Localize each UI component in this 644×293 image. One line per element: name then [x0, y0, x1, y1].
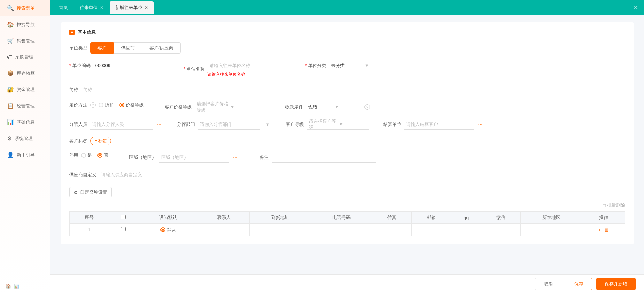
- save-button[interactable]: 保存: [566, 278, 592, 290]
- customer-price-group: 客户价格等级 请选择客户价格等级 ▼: [165, 102, 264, 112]
- department-group: 分管部门 ▼: [177, 119, 272, 130]
- col-region: 所在地区: [520, 212, 582, 224]
- unit-name-wrapper: 请输入往来单位名称: [207, 60, 284, 78]
- disabled-radio-group: 是 否: [81, 152, 108, 158]
- cell-phone: [311, 224, 372, 236]
- abbreviation-row: 简称: [69, 84, 625, 95]
- settlement-input[interactable]: [404, 119, 474, 130]
- unit-name-input[interactable]: [207, 60, 284, 71]
- chevron-down-icon2: ▼: [230, 104, 262, 109]
- unit-category-label: 单位分类: [305, 63, 326, 69]
- customer-tag-label: 客户标签: [69, 138, 87, 144]
- sidebar-item-finance[interactable]: 🔐 资金管理: [0, 81, 50, 98]
- cell-address: [249, 224, 311, 236]
- radio-yes[interactable]: 是: [81, 152, 92, 158]
- customer-level-group: 客户等级 请选择客户等级 ▼: [286, 119, 369, 130]
- table-header-row: 序号 设为默认 联系人 到货地址 电话号码 传真 邮箱 qq 微信 所在地区 操…: [70, 212, 625, 224]
- save-and-new-button[interactable]: 保存并新增: [596, 278, 636, 290]
- unit-category-select[interactable]: 未分类 ▼: [329, 60, 399, 71]
- region-more-button[interactable]: ···: [231, 154, 239, 161]
- manager-label: 分管人员: [69, 121, 87, 128]
- col-fax: 传真: [372, 212, 412, 224]
- remarks-input[interactable]: [272, 152, 376, 163]
- cell-operation: + 🗑: [582, 224, 625, 236]
- unit-code-group: 单位编码: [69, 60, 163, 71]
- col-qq: qq: [451, 212, 481, 224]
- customer-price-select[interactable]: 请选择客户价格等级 ▼: [195, 102, 264, 112]
- abbreviation-group: 简称: [69, 84, 158, 95]
- sidebar-item-system[interactable]: ⚙ 系统管理: [0, 130, 50, 147]
- pricing-method-group: 定价方法 ? 折扣 价格等级: [69, 102, 144, 108]
- col-address: 到货地址: [249, 212, 311, 224]
- unit-code-input[interactable]: [93, 60, 163, 71]
- cell-email: [412, 224, 451, 236]
- tab-home[interactable]: 首页: [53, 1, 73, 14]
- department-select[interactable]: ▼: [263, 119, 272, 130]
- sidebar-item-newbie[interactable]: 👤 新手引导: [0, 147, 50, 163]
- sidebar-item-basic[interactable]: 📊 基础信息: [0, 114, 50, 130]
- sidebar-item-inventory[interactable]: 📦 库存核算: [0, 65, 50, 81]
- radio-discount-circle: [99, 103, 103, 107]
- pricing-radio-group: 折扣 价格等级: [99, 102, 144, 108]
- settlement-more-button[interactable]: ···: [477, 121, 484, 128]
- department-label: 分管部门: [177, 121, 195, 128]
- radio-no[interactable]: 否: [97, 152, 108, 158]
- cell-fax: [372, 224, 412, 236]
- type-btn-supplier[interactable]: 供应商: [114, 42, 142, 54]
- disabled-label: 停用: [69, 152, 78, 158]
- unit-name-group: 单位名称 请输入往来单位名称: [184, 60, 284, 78]
- pricing-method-label: 定价方法: [69, 102, 87, 108]
- sidebar-item-purchase[interactable]: 🏷 采购管理: [0, 49, 50, 65]
- unit-info-row: 单位编码 单位名称 请输入往来单位名称 单位分类 未分类 ▼: [69, 60, 625, 78]
- radio-no-circle: [97, 153, 102, 158]
- bottom-bar: 取消 保存 保存并新增: [50, 274, 644, 293]
- sidebar-item-sales[interactable]: 🛒 销售管理: [0, 33, 50, 49]
- section-icon: ■: [69, 30, 75, 35]
- sidebar-item-search[interactable]: 🔍 搜索菜单: [0, 0, 50, 16]
- region-group: 区域（地区） ···: [129, 152, 239, 163]
- payment-terms-label: 收款条件: [285, 104, 303, 110]
- tab-partners-close[interactable]: ✕: [100, 5, 103, 10]
- chevron-down-icon5: ▼: [339, 122, 367, 127]
- tab-partners[interactable]: 往来单位 ✕: [74, 1, 109, 14]
- add-tag-button[interactable]: + 标签: [90, 137, 111, 145]
- unit-name-error: 请输入往来单位名称: [207, 72, 284, 78]
- customer-level-select[interactable]: 请选择客户等级 ▼: [307, 119, 369, 130]
- cell-region: [520, 224, 582, 236]
- window-close-button[interactable]: ✕: [630, 4, 641, 11]
- delete-row-button[interactable]: 🗑: [604, 227, 609, 233]
- batch-delete-button[interactable]: □ 批量删除: [69, 202, 625, 209]
- custom-settings-button[interactable]: ⚙ 自定义项设置: [69, 187, 112, 197]
- select-all-checkbox[interactable]: [121, 215, 126, 219]
- tab-new-partner[interactable]: 新增往来单位 ✕: [110, 1, 154, 14]
- sidebar-item-quicknav[interactable]: 🏠 快捷导航: [0, 16, 50, 33]
- add-row-button[interactable]: +: [598, 227, 601, 233]
- region-input[interactable]: [159, 152, 229, 163]
- manager-more-button[interactable]: ···: [156, 121, 163, 128]
- supplier-custom-input[interactable]: [99, 170, 176, 180]
- type-btn-customer[interactable]: 客户: [90, 42, 114, 54]
- sidebar-item-operations[interactable]: 📋 经营管理: [0, 98, 50, 114]
- radio-yes-circle: [81, 153, 86, 158]
- settings-icon: ⚙: [74, 190, 78, 195]
- settlement-group: 结算单位 ···: [383, 119, 484, 130]
- content-area: ■ 基本信息 单位类型 客户 供应商 客户/供应商 单位编码: [50, 15, 644, 274]
- tab-new-partner-close[interactable]: ✕: [144, 5, 148, 10]
- type-btn-both[interactable]: 客户/供应商: [142, 42, 181, 54]
- default-radio[interactable]: 默认: [141, 227, 195, 233]
- payment-help-icon[interactable]: ?: [364, 104, 370, 110]
- default-radio-circle: [160, 227, 165, 232]
- manager-input[interactable]: [90, 119, 153, 130]
- radio-discount[interactable]: 折扣: [99, 102, 114, 108]
- newbie-icon: 👤: [7, 152, 14, 158]
- abbreviation-input[interactable]: [81, 84, 158, 95]
- row-checkbox[interactable]: [121, 227, 126, 231]
- radio-pricelevel[interactable]: 价格等级: [119, 102, 144, 108]
- department-input[interactable]: [198, 119, 260, 130]
- pricing-help-icon[interactable]: ?: [90, 102, 96, 108]
- cell-checkbox: [109, 224, 138, 236]
- chevron-down-icon: ▼: [364, 63, 396, 68]
- payment-terms-select[interactable]: 现结 ▼: [306, 102, 362, 112]
- cell-no: 1: [70, 224, 109, 236]
- cancel-button[interactable]: 取消: [535, 278, 561, 290]
